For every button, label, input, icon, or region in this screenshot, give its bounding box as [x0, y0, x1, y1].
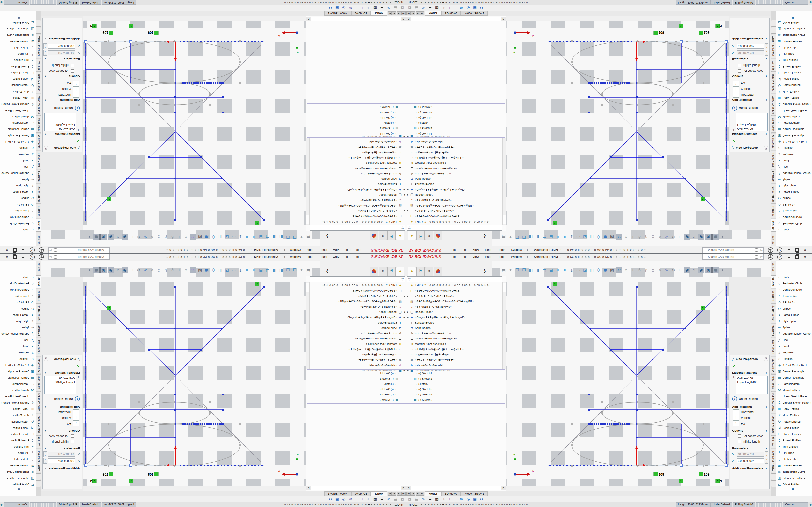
section-parameters[interactable]: Parameters∧: [43, 56, 82, 62]
heads-up-icon[interactable]: ⬒: [265, 267, 271, 273]
expander-icon[interactable]: ▶: [406, 316, 410, 319]
tree-item[interactable]: ▶ A ○ЅИ◎⊙✚А✚◎ИА○⊙○АИ◎✚А✚⊙◎ИЅ○: [406, 315, 502, 320]
sheet-tab[interactable]: Model: [425, 491, 441, 496]
tree-item[interactable]: ◗ Surface Bodies: [406, 320, 502, 325]
tool-item[interactable]: ◈ 3 Point Center Recta...: [776, 362, 812, 368]
bottom-toolbar-icon[interactable]: ◷: [465, 497, 471, 501]
section-options[interactable]: Options∧: [730, 428, 769, 433]
tool-item[interactable]: ◖ Partial Ellipse: [0, 189, 36, 195]
tree-horizontal-scrollbar[interactable]: ◀ ▶: [406, 17, 506, 21]
heads-up-icon[interactable]: ⬒: [265, 234, 271, 240]
help-icon[interactable]: ?: [777, 255, 782, 260]
bottom-toolbar-icon[interactable]: ▦: [434, 6, 440, 10]
relations-list[interactable]: Collinear108 Equal length109: [736, 113, 767, 131]
heads-up-icon[interactable]: ↩: [190, 234, 196, 240]
tree-split-bar[interactable]: [406, 369, 505, 370]
heads-up-icon[interactable]: ◫: [217, 267, 223, 273]
commandmanager-tab[interactable]: ⋮: [36, 481, 41, 487]
tool-item[interactable]: ▣ Center Rectangle: [776, 132, 812, 139]
search-icon[interactable]: [54, 255, 57, 259]
tree-filter[interactable]: ▽: [407, 225, 502, 231]
sheet-tab[interactable]: Motion Study 1: [324, 11, 351, 16]
titlebar-quick-toolbar[interactable]: ⊚ ƐЄ ⊚ Ш ⊚ ⊚ ⊚ ✚ ⊚ ƆC ⊚ ƐЄ ⊚ ÷ ⊚ ЅS ⊚ ✶ …: [110, 249, 245, 251]
heads-up-icon[interactable]: ❒: [514, 267, 520, 273]
tool-item[interactable]: ⊞ Copy Entities: [0, 406, 36, 412]
sketch-item[interactable]: ▦ (-) Sketch2: [310, 126, 406, 131]
add-relation-button[interactable]: ⚓ Fix: [43, 80, 82, 86]
tool-item[interactable]: ↻ Rotate Entities: [0, 418, 36, 425]
tool-item[interactable]: ⋈ Mirror Entities: [0, 387, 36, 393]
tree-filter[interactable]: ▽: [407, 276, 502, 282]
menu-item[interactable]: Window: [508, 248, 524, 252]
minimize-button[interactable]: –: [22, 255, 24, 259]
commandmanager-tab[interactable]: Weldments: [36, 357, 41, 374]
tool-item[interactable]: ⊞ Copy Entities: [0, 95, 36, 101]
menu-item[interactable]: Window: [287, 248, 304, 252]
tree-item[interactable]: ◒ ○Ѕ∗◎ЅИƐЅ○⊙○ЅƐИЅ◎∗Ѕ○: [406, 198, 502, 203]
tool-item[interactable]: ▱ Parallelogram: [776, 381, 812, 387]
tool-item[interactable]: ◜ Tangent Arc: [0, 208, 36, 214]
commandmanager-tab[interactable]: ⋮: [771, 473, 776, 480]
tree-filter[interactable]: ▽: [310, 225, 405, 231]
tree-item[interactable]: ◘ Solid Bodies: [310, 325, 406, 331]
sheet-tab[interactable]: Model: [425, 11, 441, 16]
tool-item[interactable]: ◫ Silhouette Entities: [0, 26, 36, 32]
commandmanager-tab[interactable]: Mesh Modeling: [36, 391, 41, 413]
commandmanager-tab[interactable]: ⋮: [36, 473, 41, 480]
tree-item[interactable]: Σ ○ЅИ◎⊙✚А∪Ɛ○⊙○Ɛ∪А✚⊙◎ИЅ○: [406, 336, 502, 341]
option-row[interactable]: For construction: [730, 68, 769, 74]
tool-item[interactable]: ╏ Extend Entities: [776, 437, 812, 444]
menu-item[interactable]: Tools: [495, 248, 508, 252]
bottom-toolbar-icon[interactable]: ✎: [420, 497, 426, 501]
performance-icon[interactable]: ◈: [809, 503, 812, 507]
commandmanager-tab[interactable]: Weldments: [771, 357, 776, 374]
heads-up-icon[interactable]: ▤: [501, 234, 507, 240]
tab-featuremanager[interactable]: ⬧: [408, 231, 416, 240]
tool-item[interactable]: ƒ Equation Driven Curve: [776, 331, 812, 337]
commandmanager-tab[interactable]: Direct Editing: [771, 184, 776, 204]
tool-item[interactable]: ✂ Trim Entities: [776, 57, 812, 63]
sketch-item[interactable]: ▭ (-) Sketch4: [406, 110, 502, 115]
angle-spinner[interactable]: ▲▼: [44, 44, 47, 49]
tool-item[interactable]: ⊏ Offset Entities: [0, 481, 36, 488]
sheet-nav-button[interactable]: ▶|: [388, 492, 392, 496]
heads-up-icon[interactable]: ⬯: [596, 267, 602, 273]
sketch-item[interactable]: ▭ (-) Sketch5: [406, 115, 502, 120]
relations-list[interactable]: Collinear108 Equal length109: [45, 113, 76, 131]
sketch-item[interactable]: ▭ Sketch3: [406, 381, 502, 387]
heads-up-icon[interactable]: ▨: [609, 267, 615, 273]
search-dropdown-icon[interactable]: ▾: [760, 256, 763, 258]
sketch-item[interactable]: ▭ (-) Sketch1: [406, 131, 502, 136]
heads-up-icon[interactable]: ⤓: [238, 267, 244, 273]
heads-up-icon[interactable]: ◗: [720, 234, 726, 240]
heads-up-icon[interactable]: ⬓: [258, 234, 264, 240]
tree-item[interactable]: ✎ ○Ѕ·∩∗∗Аm○⊙○mА∗∗∩·Ѕ○: [406, 331, 502, 336]
scroll-right-arrow[interactable]: ▶: [501, 17, 506, 21]
tree-item[interactable]: ▱ ○✚ИИ◎∗+○✳◉[○⊙○]◉✳○+∗◎ИИ✚○: [406, 346, 502, 352]
heads-up-icon[interactable]: ⌀: [623, 267, 629, 273]
heads-up-icon[interactable]: ■: [251, 234, 257, 240]
sketch-item[interactable]: ▦ (-) Sketch6: [310, 105, 406, 110]
bottom-toolbar-icon[interactable]: ⬔: [399, 497, 405, 501]
tool-item[interactable]: # Segment: [776, 151, 812, 158]
tool-item[interactable]: ▣ Center Rectangle: [0, 368, 36, 375]
heads-up-icon[interactable]: ◧: [528, 267, 534, 273]
splitter-handle[interactable]: [444, 243, 449, 244]
tabs-overflow-chevron[interactable]: ❯: [483, 234, 486, 238]
collapse-chevron-icon[interactable]: ∧: [766, 99, 767, 102]
heads-up-icon[interactable]: ⌀: [183, 234, 189, 240]
tool-item[interactable]: ▪ Point: [0, 343, 36, 349]
sketch-canvas[interactable]: Y X ∕ ∕ ≡ 109 ≡ 109 ∕: [83, 277, 306, 486]
section-existing-relations[interactable]: Existing Relations∧: [43, 370, 82, 375]
tool-item[interactable]: ⠛ Linear Sketch Pattern: [776, 107, 812, 114]
sketch-item[interactable]: ▭ (-) Sketch5: [310, 387, 406, 392]
scroll-left-arrow[interactable]: ◀: [406, 17, 411, 21]
bottom-toolbar-icon[interactable]: ≣: [427, 497, 433, 501]
tool-item[interactable]: ◞ Sketch Fillet: [776, 456, 812, 462]
bottom-toolbar-icon[interactable]: ◷: [465, 6, 471, 10]
tool-item[interactable]: ◌ Perimeter Circle: [0, 220, 36, 227]
collapse-chevron-icon[interactable]: ∧: [766, 447, 767, 450]
checkbox[interactable]: [738, 69, 741, 73]
heads-up-icon[interactable]: Α: [657, 267, 663, 273]
tree-vertical-scrollbar[interactable]: [306, 282, 310, 369]
